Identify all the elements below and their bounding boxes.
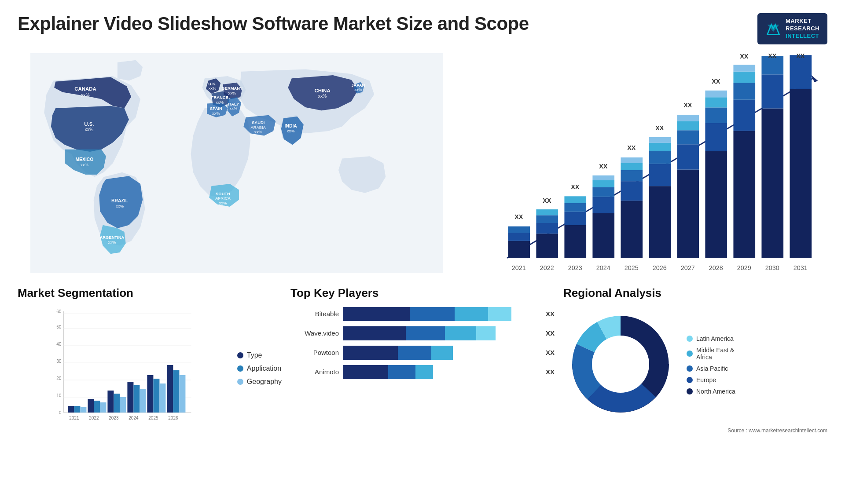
svg-rect-49 [649,164,671,186]
logo: MARKET RESEARCH INTELLECT [757,13,827,44]
players-table: Biteable XX Wave.video [290,307,555,379]
segmentation-legend: Type Application Geography [237,351,282,386]
page: Explainer Video Slideshow Software Marke… [0,0,845,504]
svg-rect-60 [705,151,727,258]
legend-item-type: Type [237,351,282,359]
svg-rect-114 [114,394,120,413]
svg-rect-123 [173,370,179,413]
map-label-mexico: MEXICO [75,157,93,161]
svg-text:XX: XX [543,197,551,204]
player-name-wave: Wave.video [290,329,339,337]
map-label-germany: GERMANY [221,86,243,91]
player-bar-animoto [343,365,539,379]
svg-text:2026: 2026 [168,416,178,420]
bar-seg2 [410,307,455,321]
legend-item-geography: Geography [237,378,282,386]
svg-text:2023: 2023 [568,264,582,271]
svg-text:2022: 2022 [540,264,554,271]
bar-seg1 [343,326,406,340]
svg-text:xx%: xx% [212,111,220,115]
svg-rect-58 [677,115,699,121]
svg-rect-112 [100,402,106,413]
reg-legend-latin-america: Latin America [687,335,735,342]
player-name-animoto: Animoto [290,368,339,376]
svg-rect-45 [621,163,643,170]
svg-rect-120 [153,379,159,413]
map-container: CANADA xx% U.S. xx% MEXICO xx% BRAZIL xx… [18,53,456,273]
legend-dot-application [237,365,243,372]
svg-rect-61 [705,123,727,151]
svg-rect-42 [621,201,643,258]
page-title: Explainer Video Slideshow Software Marke… [18,13,529,34]
player-xx-animoto: XX [546,368,555,376]
svg-rect-108 [74,406,80,413]
svg-text:2021: 2021 [511,264,525,271]
svg-rect-118 [140,389,146,413]
map-label-italy: ITALY [228,102,239,106]
svg-rect-46 [621,157,643,163]
regional-section: Regional Analysis [563,286,827,434]
bar-chart-container: XX XX XX [469,53,828,273]
svg-text:AFRICA: AFRICA [215,196,231,201]
svg-text:xx%: xx% [318,94,327,99]
player-row-wave: Wave.video XX [290,326,555,340]
svg-rect-55 [677,144,699,169]
svg-rect-29 [536,209,558,215]
map-label-brazil: BRAZIL [111,198,129,203]
svg-rect-117 [133,385,140,413]
svg-text:xx%: xx% [81,93,90,98]
top-section: CANADA xx% U.S. xx% MEXICO xx% BRAZIL xx… [18,53,827,273]
map-label-saudi: SAUDI [252,121,265,125]
svg-text:2030: 2030 [765,264,779,271]
svg-rect-113 [107,391,114,413]
map-label-canada: CANADA [74,86,96,91]
map-label-france: FRANCE [211,95,228,100]
svg-text:xx%: xx% [116,204,124,208]
player-xx-powtoon: XX [546,349,555,356]
svg-text:2022: 2022 [89,416,99,420]
donut-chart [563,307,678,423]
svg-text:2026: 2026 [652,264,666,271]
map-label-south-africa: SOUTH [216,192,230,196]
svg-text:10: 10 [56,393,62,398]
svg-rect-36 [592,213,614,258]
svg-point-131 [592,336,649,393]
svg-text:xx%: xx% [228,91,236,95]
svg-rect-31 [564,225,586,258]
legend-label-geography: Geography [247,378,282,386]
legend-item-application: Application [237,365,282,373]
svg-text:xx%: xx% [254,130,262,134]
bar-seg1 [343,307,410,321]
map-label-china: CHINA [314,88,330,93]
svg-text:XX: XX [768,53,777,59]
svg-text:XX: XX [712,78,720,85]
reg-label-mea: Middle East &Africa [696,347,734,361]
bottom-section: Market Segmentation 0 10 20 30 40 [18,286,827,434]
svg-rect-66 [733,131,755,258]
svg-rect-111 [94,401,100,413]
player-bar-wave [343,326,539,340]
legend-dot-geography [237,379,243,385]
player-name-biteable: Biteable [290,310,339,318]
svg-rect-33 [564,203,586,212]
reg-label-latin: Latin America [696,335,734,342]
map-label-uk: U.K. [208,82,217,86]
svg-rect-124 [179,375,185,413]
segmentation-section: Market Segmentation 0 10 20 30 40 [18,286,282,430]
bar-chart-area: XX XX XX [469,53,828,288]
reg-legend-mea: Middle East &Africa [687,347,735,361]
player-xx-wave: XX [546,329,555,337]
bar-seg2 [406,326,445,340]
svg-text:xx%: xx% [287,129,295,133]
svg-rect-107 [68,406,74,413]
svg-text:XX: XX [514,213,523,220]
svg-rect-122 [167,365,173,413]
svg-text:2021: 2021 [69,416,79,420]
segmentation-svg: 0 10 20 30 40 50 60 [18,307,228,430]
svg-rect-69 [733,71,755,82]
reg-dot-mea [687,351,693,357]
svg-rect-43 [621,181,643,201]
svg-rect-63 [705,97,727,107]
map-label-us: U.S. [84,121,94,126]
svg-text:xx%: xx% [108,240,116,245]
